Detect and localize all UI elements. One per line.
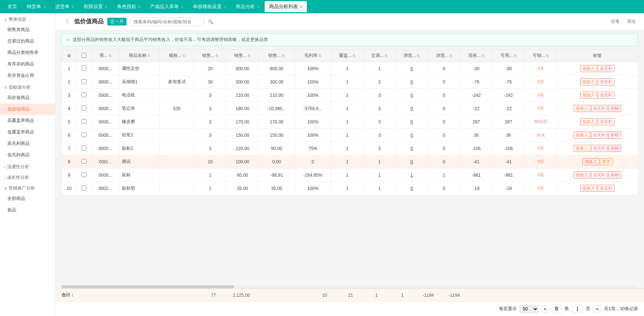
cell-checkbox[interactable] (77, 182, 91, 195)
col-gross[interactable]: 毛利率⇅ (295, 50, 331, 62)
nav-product-analysis-list[interactable]: 商品分析列表 × (265, 1, 307, 12)
row-checkbox[interactable] (81, 79, 86, 84)
browse-link[interactable]: 0 (410, 79, 413, 85)
sidebar-item-traded-products[interactable]: 交易过的商品 (0, 35, 55, 47)
sidebar-item-new-products[interactable]: 新品 (0, 204, 55, 216)
cell-browse1[interactable]: 0 (396, 89, 428, 102)
col-settings[interactable]: ⚙ (62, 50, 77, 62)
sidebar-group-growth[interactable]: › 成长性分析 (0, 171, 55, 182)
cell-browse1[interactable]: 0 (396, 102, 428, 115)
row-checkbox[interactable] (81, 119, 86, 124)
sidebar-item-all-products[interactable]: 全部商品 (0, 193, 55, 204)
cell-checkbox[interactable] (77, 129, 91, 142)
select-all-checkbox[interactable] (81, 53, 86, 58)
col-browse2[interactable]: 浏览...⇅ (428, 50, 460, 62)
nav-sales[interactable]: 销货单 × (22, 1, 50, 12)
browse-link[interactable]: 0 (410, 159, 413, 164)
col-cansale[interactable]: 可销...⇅ (525, 50, 557, 62)
horizontal-scrollbar[interactable] (61, 285, 638, 288)
row-checkbox[interactable] (81, 146, 86, 150)
first-page-button[interactable]: 首 (552, 305, 561, 313)
nav-template[interactable]: 单据模板设置 × (188, 1, 231, 12)
close-icon[interactable]: × (43, 5, 46, 9)
browse-link[interactable]: 1 (410, 173, 413, 178)
row-checkbox[interactable] (81, 92, 86, 97)
next-page-button[interactable]: » (593, 305, 601, 313)
col-avail[interactable]: 可用...⇅ (492, 50, 524, 62)
col-checkbox[interactable] (77, 50, 91, 62)
cell-browse1[interactable]: 1 (396, 169, 428, 182)
sidebar-item-low-value[interactable]: 低价值商品 (0, 103, 55, 115)
cell-browse1[interactable]: 0 (396, 115, 428, 129)
cell-checkbox[interactable] (77, 102, 91, 115)
col-cover[interactable]: 覆盖...⇅ (331, 50, 363, 62)
sidebar-group-marketing[interactable]: ∨ 营销推广分析 (0, 182, 55, 193)
cell-browse1[interactable]: 0 (396, 129, 428, 142)
cell-browse1[interactable]: 0 (396, 182, 428, 195)
sidebar-group-contribution[interactable]: ∨ 贡献值分析 (0, 81, 55, 92)
page-size-select[interactable]: 50 100 (520, 305, 539, 313)
sidebar-group-liquidity[interactable]: › 流通性分析 (0, 161, 55, 171)
search-icon[interactable]: 🔍 (208, 19, 214, 24)
cell-browse1[interactable]: 0 (396, 155, 428, 169)
browse-link[interactable]: 0 (410, 146, 413, 151)
time-badge[interactable]: 近一月 (107, 18, 127, 26)
col-qty[interactable]: 销售...⇅ (194, 50, 226, 62)
prev-page-button[interactable]: « (541, 305, 549, 313)
sidebar-group-overall[interactable]: ∨ 整体信息 (0, 13, 55, 24)
search-input[interactable] (130, 17, 204, 26)
sidebar-item-high-profit[interactable]: 高毛利商品 (0, 138, 55, 149)
nav-product-analysis[interactable]: 商品分析 × (231, 1, 264, 12)
row-checkbox[interactable] (81, 66, 86, 71)
sidebar-item-low-profit[interactable]: 低毛利商品 (0, 149, 55, 161)
close-icon[interactable]: × (105, 5, 107, 9)
scrollbar-thumb[interactable] (61, 285, 234, 288)
cell-checkbox[interactable] (77, 62, 91, 75)
col-trade[interactable]: 交易...⇅ (363, 50, 396, 62)
cell-checkbox[interactable] (77, 155, 91, 169)
browse-link[interactable]: 0 (410, 186, 413, 191)
col-sale1[interactable]: 销售...⇅ (227, 50, 259, 62)
close-icon[interactable]: × (181, 5, 183, 9)
sidebar-item-high-coverage[interactable]: 高覆盖率商品 (0, 115, 55, 126)
cell-checkbox[interactable] (77, 169, 91, 182)
sidebar-item-low-coverage[interactable]: 低覆盖率商品 (0, 126, 55, 138)
col-stock[interactable]: 现有...⇅ (460, 50, 492, 62)
sidebar-item-high-value[interactable]: 高价值商品 (0, 92, 55, 103)
cell-checkbox[interactable] (77, 89, 91, 102)
nav-home[interactable]: 首页 (3, 1, 21, 12)
row-checkbox[interactable] (81, 132, 86, 137)
close-icon[interactable]: × (224, 5, 226, 9)
col-spec[interactable]: 规格...⇅ (160, 50, 194, 62)
browse-link[interactable]: 0 (410, 133, 413, 138)
page-number-input[interactable] (572, 305, 583, 313)
row-checkbox[interactable] (81, 186, 86, 190)
export-button[interactable]: 导出 (625, 17, 638, 26)
close-icon[interactable]: × (138, 5, 141, 9)
cell-checkbox[interactable] (77, 142, 91, 155)
cell-browse1[interactable]: 0 (396, 62, 428, 75)
row-checkbox[interactable] (81, 159, 86, 164)
nav-purchase[interactable]: 进货单 × (51, 1, 78, 12)
cell-checkbox[interactable] (77, 75, 91, 89)
cell-browse1[interactable]: 0 (396, 75, 428, 89)
browse-link[interactable]: 0 (410, 93, 413, 98)
cell-checkbox[interactable] (77, 115, 91, 129)
col-sale2[interactable]: 销售...⇅ (259, 50, 295, 62)
nav-role-auth[interactable]: 角色授权 × (113, 1, 145, 12)
col-browse1[interactable]: 浏览...⇅ (396, 50, 428, 62)
sidebar-item-sales-products[interactable]: 销售类商品 (0, 24, 55, 35)
col-code[interactable]: 商...⇅ (91, 50, 120, 62)
cell-browse1[interactable]: 0 (396, 142, 428, 155)
close-icon[interactable]: × (72, 5, 74, 9)
browse-link[interactable]: 0 (410, 119, 413, 125)
close-icon[interactable]: × (300, 5, 302, 9)
sidebar-item-category-rate[interactable]: 商品分类销售率 (0, 47, 55, 58)
col-name[interactable]: 商品名称⇅ (120, 50, 160, 62)
share-button[interactable]: 分享 (608, 17, 622, 26)
sidebar-item-stock-products[interactable]: 有库存的商品 (0, 58, 55, 70)
nav-permissions[interactable]: 权限设置 × (79, 1, 112, 12)
collapse-sidebar-button[interactable]: 《 (61, 18, 70, 26)
browse-link[interactable]: 0 (410, 66, 413, 71)
sidebar-item-stock-capital[interactable]: 库存资金占用 (0, 70, 55, 81)
